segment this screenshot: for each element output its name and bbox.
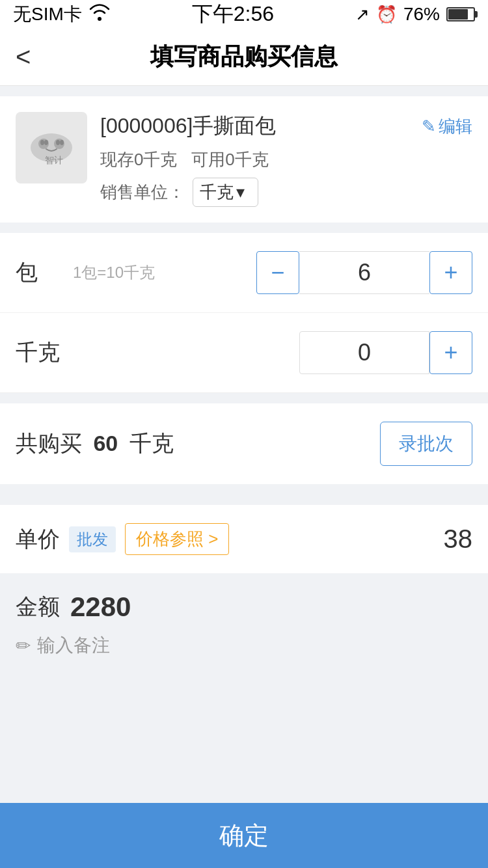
summary-section: 共购买 60 千克 录批次: [0, 403, 488, 484]
record-batch-button[interactable]: 录批次: [380, 422, 472, 466]
bao-hint: 1包=10千克: [73, 262, 256, 283]
unit-label: 销售单位：: [100, 181, 185, 204]
page-title: 填写商品购买信息: [150, 41, 338, 73]
battery-icon: [446, 7, 475, 21]
amount-row: 金额 2280: [16, 591, 472, 623]
product-name: [0000006]手撕面包: [100, 112, 276, 141]
status-bar-right: ↗ ⏰ 76%: [355, 4, 475, 25]
battery-percent: 76%: [403, 4, 440, 25]
chevron-down-icon: ▾: [236, 182, 245, 202]
product-card: 智计 [0000006]手撕面包 ✎ 编辑 现存0千克 可用0千克 销售单位： …: [0, 96, 488, 223]
amount-section: 金额 2280 ✏ 输入备注: [0, 573, 488, 676]
product-stock: 现存0千克 可用0千克: [100, 148, 472, 171]
confirm-button[interactable]: 确定: [219, 819, 269, 852]
svg-point-5: [56, 140, 60, 145]
alarm-icon: ⏰: [376, 5, 397, 25]
summary-amount: 60: [93, 431, 118, 455]
quantity-kg-row: 千克 +: [0, 313, 488, 393]
bao-minus-button[interactable]: −: [256, 251, 299, 294]
kg-label: 千克: [16, 338, 68, 368]
status-bar: 无SIM卡 下午2:56 ↗ ⏰ 76%: [0, 0, 488, 29]
price-label: 单价: [16, 524, 60, 554]
quantity-bao-row: 包 1包=10千克 − +: [0, 233, 488, 313]
price-value: 38: [444, 524, 473, 554]
product-image: 智计: [16, 112, 87, 183]
kg-quantity-input[interactable]: [299, 331, 429, 374]
svg-text:智计: 智计: [45, 155, 63, 165]
bao-plus-button[interactable]: +: [429, 251, 472, 294]
price-label-area: 单价 批发 价格参照 >: [16, 523, 229, 555]
bao-quantity-input[interactable]: [299, 251, 429, 294]
status-bar-left: 无SIM卡: [13, 2, 111, 27]
remark-row[interactable]: ✏ 输入备注: [16, 633, 472, 658]
bao-quantity-control: − +: [256, 251, 472, 294]
remark-placeholder: 输入备注: [37, 633, 110, 658]
kg-plus-button[interactable]: +: [429, 331, 472, 374]
location-icon: ↗: [355, 5, 370, 25]
separator: [0, 484, 488, 495]
pencil-icon: ✏: [16, 635, 31, 657]
price-ref-button[interactable]: 价格参照 >: [125, 523, 229, 555]
edit-button[interactable]: ✎ 编辑: [422, 115, 472, 138]
back-button[interactable]: <: [16, 42, 31, 72]
nav-bar: < 填写商品购买信息: [0, 29, 488, 86]
time-display: 下午2:56: [192, 0, 274, 29]
bao-label: 包: [16, 258, 68, 288]
quantity-bao-section: 包 1包=10千克 − + 千克 +: [0, 233, 488, 393]
svg-point-3: [40, 140, 44, 145]
svg-point-6: [60, 140, 64, 145]
wifi-icon: [88, 4, 111, 25]
summary-text: 共购买 60 千克: [16, 429, 174, 459]
price-section: 单价 批发 价格参照 > 38: [0, 505, 488, 573]
svg-point-4: [44, 140, 48, 145]
amount-label: 金额: [16, 592, 60, 622]
kg-quantity-control: +: [299, 331, 472, 374]
product-info: [0000006]手撕面包 ✎ 编辑 现存0千克 可用0千克 销售单位： 千克 …: [100, 112, 472, 207]
carrier-text: 无SIM卡: [13, 2, 82, 27]
footer[interactable]: 确定: [0, 803, 488, 868]
price-badge: 批发: [69, 526, 116, 552]
edit-icon: ✎: [422, 116, 436, 137]
amount-value: 2280: [70, 591, 131, 623]
unit-select[interactable]: 千克 ▾: [193, 178, 258, 207]
